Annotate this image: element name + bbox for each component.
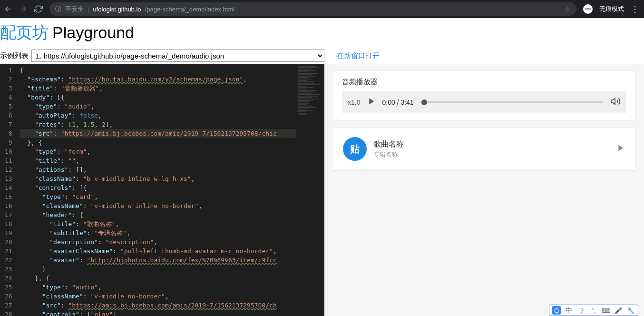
example-select[interactable]: 1. https://ufologist.github.io/page-sche… [31,49,324,62]
page-title: Playground [52,23,134,42]
code-editor[interactable]: 1234567891011121314151617181920212223242… [0,64,324,316]
song-card-panel: 贴 歌曲名称 专辑名称 [333,127,635,171]
address-bar[interactable]: ⓘ 不安全 | ufologist.github.io/page-schema/… [49,2,576,16]
incognito-icon: 👓 [583,4,593,14]
main-split: 1234567891011121314151617181920212223242… [0,64,644,316]
punctuation-icon[interactable]: °, [589,306,598,315]
info-icon: ⓘ [55,5,61,13]
avatar: 贴 [343,137,367,161]
brand-logo[interactable]: 配页坊 [0,22,49,44]
mic-icon[interactable]: 🎤 [614,306,623,315]
ime-main-icon[interactable]: Q [552,306,561,315]
play-button[interactable] [366,96,376,109]
keyboard-icon[interactable]: ⌨ [602,306,610,315]
minimap[interactable] [296,64,324,316]
ime-lang-toggle[interactable]: 中 [565,306,573,315]
forward-button[interactable] [19,5,28,13]
panel-title: 音频播放器 [342,78,626,87]
audio-player: x1.0 0:00 / 3:41 [342,91,626,113]
security-label: 不安全 [65,5,84,13]
line-gutter: 1234567891011121314151617181920212223242… [0,64,16,316]
incognito-label: 无痕模式 [599,5,624,13]
star-icon[interactable]: ☆ [565,6,571,13]
playback-rate[interactable]: x1.0 [348,99,360,106]
song-title: 歌曲名称 [373,139,608,149]
preview-pane: 音频播放器 x1.0 0:00 / 3:41 贴 歌曲名称 专辑名称 Q 中 [324,64,644,316]
example-list-label: 示例列表 [0,51,29,60]
volume-icon[interactable] [610,96,621,109]
time-display: 0:00 / 3:41 [382,99,413,106]
song-subtitle: 专辑名称 [373,150,608,159]
wrench-icon[interactable]: 🔧 [626,306,635,315]
toolbar: 示例列表 1. https://ufologist.github.io/page… [0,48,644,64]
browser-chrome: ⓘ 不安全 | ufologist.github.io/page-schema/… [0,0,644,18]
song-card: 贴 歌曲名称 专辑名称 [338,132,630,166]
code-content[interactable]: { "$schema": "https://houtai.baidu.com/v… [16,64,296,316]
ime-toolbar[interactable]: Q 中 ☽ °, ⌨ 🎤 🔧 [549,305,638,316]
audio-panel: 音频播放器 x1.0 0:00 / 3:41 [333,70,635,120]
card-play-button[interactable] [615,143,625,155]
back-button[interactable] [4,5,12,13]
moon-icon[interactable]: ☽ [577,306,585,315]
menu-icon[interactable]: ⋮ [631,4,640,14]
progress-slider[interactable] [421,101,603,103]
reload-button[interactable] [34,5,43,13]
url-path: /page-schema/_demo/index.html [145,6,235,13]
open-new-window-link[interactable]: 在新窗口打开 [337,51,380,60]
url-host: ufologist.github.io [93,6,141,13]
page-header: 配页坊 Playground [0,18,644,48]
